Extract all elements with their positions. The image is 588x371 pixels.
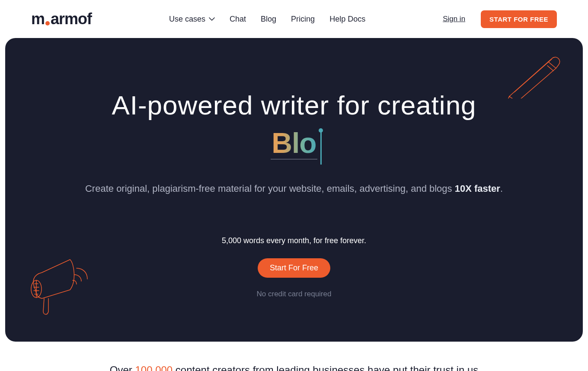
trust-line: Over 100,000 content creators from leadi… — [0, 364, 588, 371]
signin-link[interactable]: Sign in — [443, 15, 465, 23]
hero-sub-pre: Create original, plagiarism-free materia… — [85, 183, 455, 194]
megaphone-icon — [27, 255, 92, 324]
trust-pre: Over — [110, 364, 135, 371]
nav-chat[interactable]: Chat — [230, 15, 246, 24]
nav-blog[interactable]: Blog — [261, 15, 276, 24]
trust-count: 100,000 — [135, 364, 173, 371]
pencil-icon — [505, 55, 561, 98]
logo-text-pre: m — [31, 10, 45, 28]
nav-pricing[interactable]: Pricing — [291, 15, 315, 24]
site-header: marmof Use cases Chat Blog Pricing Help … — [0, 0, 588, 38]
cursor-line-icon — [320, 131, 322, 165]
hero-no-credit-text: No credit card required — [22, 290, 566, 298]
logo-text-post: armof — [51, 10, 92, 28]
header-actions: Sign in START FOR FREE — [443, 10, 557, 28]
hero-typed-word: Blo — [271, 127, 317, 159]
typed-underline-icon — [271, 159, 317, 159]
primary-nav: Use cases Chat Blog Pricing Help Docs — [169, 15, 365, 24]
nav-help-docs[interactable]: Help Docs — [329, 15, 365, 24]
nav-use-cases[interactable]: Use cases — [169, 15, 215, 24]
hero-typed-text: Blo — [271, 127, 317, 162]
start-free-hero-button[interactable]: Start For Free — [258, 258, 330, 278]
start-free-header-button[interactable]: START FOR FREE — [481, 10, 557, 28]
hero-title: AI-powered writer for creating — [22, 90, 566, 120]
logo-dot-icon — [45, 21, 50, 25]
hero-subtitle: Create original, plagiarism-free materia… — [22, 182, 566, 196]
trust-post: content creators from leading businesses… — [173, 364, 478, 371]
hero-free-words-text: 5,000 words every month, for free foreve… — [22, 236, 566, 245]
hero-sub-post: . — [500, 183, 503, 194]
hero-sub-strong: 10X faster — [455, 183, 500, 194]
hero-section: AI-powered writer for creating Blo Creat… — [5, 38, 583, 342]
chevron-down-icon — [209, 17, 215, 21]
logo[interactable]: marmof — [31, 10, 92, 28]
nav-use-cases-label: Use cases — [169, 15, 205, 24]
